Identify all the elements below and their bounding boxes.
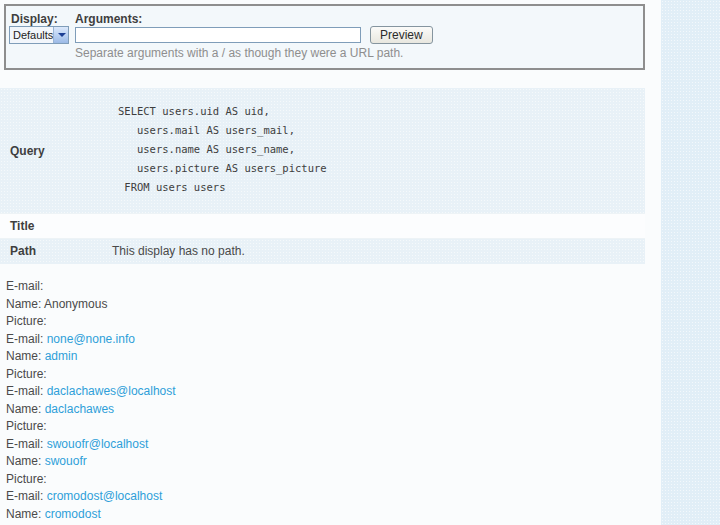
preview-controls-fieldset: Display: Defaults Arguments: Preview Sep… [4, 4, 645, 70]
result-line: E-mail: [6, 278, 646, 296]
page-background-strip [661, 0, 720, 525]
field-label: Name: [6, 297, 41, 311]
title-row: Title [0, 213, 645, 238]
user-email-link[interactable]: swouofr@localhost [47, 437, 149, 451]
title-label: Title [0, 219, 112, 238]
arguments-help-text: Separate arguments with a / as though th… [75, 46, 403, 60]
display-select-value: Defaults [13, 29, 53, 41]
title-value [112, 219, 645, 238]
field-label: Name: [6, 454, 41, 468]
field-label: Picture: [6, 367, 47, 381]
result-line: Name: daclachawes [6, 401, 646, 419]
field-label: E-mail: [6, 437, 43, 451]
field-label: Picture: [6, 472, 47, 486]
result-line: Name: admin [6, 348, 646, 366]
query-sql: SELECT users.uid AS uid, users.mail AS u… [112, 94, 645, 207]
field-label: Name: [6, 402, 41, 416]
result-line: Name: cromodost [6, 506, 646, 524]
result-line: E-mail: daclachawes@localhost [6, 383, 646, 401]
field-label: E-mail: [6, 384, 43, 398]
field-label: E-mail: [6, 332, 43, 346]
result-line: E-mail: cromodost@localhost [6, 488, 646, 506]
select-dropdown-arrow-icon[interactable] [53, 27, 68, 43]
field-label: E-mail: [6, 279, 43, 293]
arguments-label: Arguments: [75, 12, 142, 26]
preview-results-list: E-mail:Name: AnonymousPicture:E-mail: no… [6, 278, 646, 525]
field-label: E-mail: [6, 489, 43, 503]
result-line: Picture: [6, 471, 646, 489]
path-value: This display has no path. [112, 244, 645, 264]
query-label: Query [0, 144, 112, 158]
user-name-link[interactable]: daclachawes [45, 402, 114, 416]
content-area: Display: Defaults Arguments: Preview Sep… [0, 0, 661, 525]
path-label: Path [0, 244, 112, 264]
user-email-link[interactable]: none@none.info [47, 332, 135, 346]
result-line: Picture: [6, 366, 646, 384]
display-select[interactable]: Defaults [9, 26, 69, 44]
user-name-link: Anonymous [44, 297, 107, 311]
arguments-input[interactable] [75, 27, 361, 43]
path-row: Path This display has no path. [0, 238, 645, 264]
query-row: Query SELECT users.uid AS uid, users.mai… [0, 88, 645, 213]
user-email-link[interactable]: daclachawes@localhost [47, 384, 176, 398]
field-label: Picture: [6, 314, 47, 328]
result-line: E-mail: none@none.info [6, 331, 646, 349]
preview-info-table: Query SELECT users.uid AS uid, users.mai… [0, 88, 645, 264]
field-label: Name: [6, 349, 41, 363]
field-label: Picture: [6, 419, 47, 433]
user-name-link[interactable]: swouofr [45, 454, 87, 468]
result-line: Name: Anonymous [6, 296, 646, 314]
preview-button[interactable]: Preview [370, 26, 433, 44]
result-line: Name: swouofr [6, 453, 646, 471]
user-name-link[interactable]: cromodost [45, 507, 101, 521]
user-email-link[interactable]: cromodost@localhost [47, 489, 163, 503]
user-name-link[interactable]: admin [45, 349, 78, 363]
field-label: Name: [6, 507, 41, 521]
display-label: Display: [11, 12, 58, 26]
result-line: Picture: [6, 418, 646, 436]
result-line: E-mail: swouofr@localhost [6, 436, 646, 454]
result-line: Picture: [6, 313, 646, 331]
